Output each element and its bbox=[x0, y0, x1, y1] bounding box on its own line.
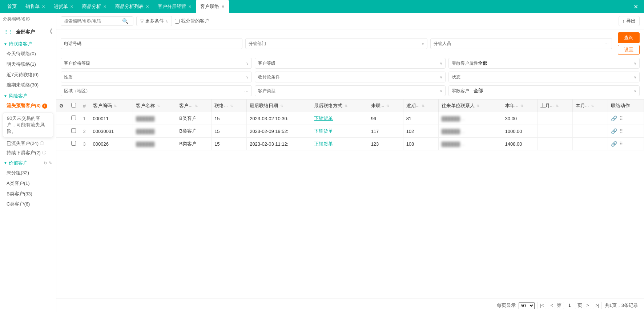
sidebar-item-today[interactable]: 今天待联络(0) bbox=[0, 49, 56, 59]
col-tier[interactable]: 客户... ⇅ bbox=[176, 100, 212, 112]
col-overdue[interactable]: 逾期... ⇅ bbox=[403, 100, 438, 112]
export-btn[interactable]: ↑ 导出 bbox=[619, 16, 640, 26]
sidebar-section-pending[interactable]: ▼ 待联络客户 bbox=[0, 39, 56, 49]
area-input[interactable]: ··· bbox=[90, 88, 249, 94]
filter-cell-dept[interactable]: 分管部门 ∨ bbox=[245, 38, 427, 49]
close-purchase-tab-icon[interactable]: ✕ bbox=[70, 4, 73, 9]
my-customers-checkbox-label[interactable]: 我分管的客户 bbox=[175, 18, 209, 24]
filter-cell-zero-customer[interactable]: 零散客户 全部 ∨ bbox=[448, 85, 640, 96]
sidebar-item-unclassified[interactable]: 未分组(32) bbox=[0, 168, 56, 178]
col-last-contact-date[interactable]: 最后联络日期 ⇅ bbox=[247, 100, 311, 112]
sidebar-item-b-class[interactable]: B类客户(33) bbox=[0, 189, 56, 199]
churned-help-icon[interactable]: ⓘ bbox=[40, 141, 44, 146]
sidebar-item-a-class[interactable]: A类客户(1) bbox=[0, 178, 56, 189]
close-analysis-tab-icon[interactable]: ✕ bbox=[103, 4, 106, 9]
cell-checkbox-2[interactable] bbox=[68, 138, 79, 150]
next-page-btn[interactable]: > bbox=[584, 302, 591, 309]
value-refresh-icon[interactable]: ↻ bbox=[44, 161, 47, 166]
close-sales-tab-icon[interactable]: ✕ bbox=[42, 4, 45, 9]
filter-cell-status[interactable]: 状态 ∨ bbox=[448, 72, 640, 82]
nature-dropdown[interactable]: ∨ bbox=[86, 75, 249, 79]
filter-search-icon[interactable]: 🔍 bbox=[122, 18, 128, 24]
col-contact-sort-icon[interactable]: ⇅ bbox=[230, 104, 233, 108]
close-customer-link-tab-icon[interactable]: ✕ bbox=[221, 4, 225, 9]
sidebar-item-follow-down[interactable]: 持续下滑客户(2) ⓘ bbox=[0, 148, 56, 158]
global-close-icon[interactable]: ✕ bbox=[631, 3, 641, 10]
first-page-btn[interactable]: |< bbox=[538, 302, 546, 309]
dept-dropdown[interactable]: ∨ bbox=[270, 42, 424, 46]
prev-page-btn[interactable]: < bbox=[548, 302, 555, 309]
action-link-icon-0[interactable]: 🔗 bbox=[611, 116, 617, 121]
close-customer-tier-tab-icon[interactable]: ✕ bbox=[188, 4, 192, 9]
col-name[interactable]: 客户名称 ⇅ bbox=[133, 100, 176, 112]
customer-level-dropdown[interactable]: ∨ bbox=[280, 61, 443, 65]
sidebar-item-week[interactable]: 近7天待联络(0) bbox=[0, 70, 56, 80]
sidebar-all-customers[interactable]: ⋮⋮ 全部客户 《 bbox=[0, 25, 56, 39]
query-btn[interactable]: 查询 bbox=[618, 32, 640, 43]
col-last-contact-method-sort-icon[interactable]: ⇅ bbox=[345, 104, 347, 108]
col-last-month[interactable]: 上月... ⇅ bbox=[537, 100, 572, 112]
filter-cell-customer-level[interactable]: 客户等级 ∨ bbox=[255, 58, 446, 69]
tab-home[interactable]: 首页 bbox=[3, 0, 21, 13]
col-last-month-sort-icon[interactable]: ⇅ bbox=[556, 104, 559, 108]
col-checkbox[interactable] bbox=[68, 100, 79, 112]
action-link-icon-1[interactable]: 🔗 bbox=[611, 128, 617, 134]
tab-purchase[interactable]: 进货单 ✕ bbox=[49, 0, 78, 13]
filter-cell-nature[interactable]: 性质 ∨ bbox=[61, 72, 252, 82]
col-code[interactable]: 客户编码 ⇅ bbox=[90, 100, 133, 112]
filter-search-input[interactable] bbox=[64, 19, 122, 24]
tab-sales[interactable]: 销售单 ✕ bbox=[21, 0, 49, 13]
value-edit-icon[interactable]: ✎ bbox=[49, 161, 52, 166]
col-code-sort-icon[interactable]: ⇅ bbox=[114, 104, 117, 108]
cell-action-0[interactable]: 🔗 ⠿ bbox=[608, 112, 644, 125]
sidebar-collapse-icon[interactable]: 《 bbox=[47, 28, 52, 36]
more-conditions-btn[interactable]: ▽ 更多条件 ∧ bbox=[136, 16, 172, 26]
filter-cell-zero-attr[interactable]: 零散客户属性 全部 ∨ bbox=[448, 58, 640, 69]
col-last-contact-method[interactable]: 最后联络方式 ⇅ bbox=[311, 100, 368, 112]
col-unit-contact-sort-icon[interactable]: ⇅ bbox=[476, 104, 479, 108]
area-dots-icon[interactable]: ··· bbox=[244, 88, 249, 94]
cell-checkbox-0[interactable] bbox=[68, 112, 79, 125]
col-this-year[interactable]: 本年... ⇅ bbox=[502, 100, 537, 112]
action-more-icon-0[interactable]: ⠿ bbox=[619, 116, 623, 121]
action-more-icon-1[interactable]: ⠿ bbox=[619, 128, 623, 134]
filter-cell-customer-type[interactable]: 客户类型 ∨ bbox=[255, 85, 446, 96]
action-more-icon-2[interactable]: ⠿ bbox=[619, 141, 623, 147]
follow-down-help-icon[interactable]: ⓘ bbox=[42, 150, 46, 155]
col-unit-contact[interactable]: 往来单位联系人 ⇅ bbox=[438, 100, 502, 112]
col-this-year-sort-icon[interactable]: ⇅ bbox=[520, 104, 523, 108]
settings-icon[interactable]: ⚙ bbox=[59, 103, 64, 109]
col-uncontacted[interactable]: 未联... ⇅ bbox=[368, 100, 403, 112]
col-tier-sort-icon[interactable]: ⇅ bbox=[195, 104, 198, 108]
sidebar-section-value[interactable]: ▼ 价值客户 ↻ ✎ bbox=[0, 158, 56, 168]
cell-checkbox-1[interactable] bbox=[68, 125, 79, 138]
col-settings[interactable]: ⚙ bbox=[56, 100, 68, 112]
zero-attr-dropdown[interactable]: 全部 ∨ bbox=[478, 60, 636, 66]
manager-dots-icon[interactable]: ··· bbox=[604, 41, 609, 46]
tab-customer-link[interactable]: 客户联络 ✕ bbox=[196, 0, 229, 13]
status-dropdown[interactable]: ∨ bbox=[474, 75, 636, 79]
price-tier-dropdown[interactable]: ∨ bbox=[90, 61, 249, 65]
select-all-checkbox[interactable] bbox=[71, 103, 76, 108]
col-name-sort-icon[interactable]: ⇅ bbox=[157, 104, 160, 108]
per-page-select[interactable]: 50 20 100 bbox=[519, 302, 535, 309]
sidebar-item-overdue[interactable]: 逾期未联络(30) bbox=[0, 80, 56, 90]
filter-cell-price-tier[interactable]: 客户价格等级 ∨ bbox=[61, 58, 252, 69]
action-link-icon-2[interactable]: 🔗 bbox=[611, 141, 617, 147]
col-last-contact-date-sort-icon[interactable]: ⇅ bbox=[280, 104, 283, 108]
col-this-month[interactable]: 本月... ⇅ bbox=[572, 100, 608, 112]
zero-customer-dropdown[interactable]: 全部 ∨ bbox=[474, 88, 636, 94]
sidebar-item-churn-warning[interactable]: 流失预警客户(3) ! bbox=[0, 101, 56, 111]
sidebar-item-churned[interactable]: 已流失客户(24) ⓘ bbox=[0, 139, 56, 148]
last-page-btn[interactable]: >| bbox=[593, 302, 601, 309]
col-uncontacted-sort-icon[interactable]: ⇅ bbox=[386, 104, 389, 108]
cell-last-contact-method-1[interactable]: 下销货单 bbox=[311, 125, 368, 138]
col-this-month-sort-icon[interactable]: ⇅ bbox=[591, 104, 594, 108]
col-overdue-sort-icon[interactable]: ⇅ bbox=[422, 104, 424, 108]
cell-action-2[interactable]: 🔗 ⠿ bbox=[608, 138, 644, 150]
customer-type-dropdown[interactable]: ∨ bbox=[280, 89, 443, 93]
settings-btn[interactable]: 设置 bbox=[618, 45, 640, 55]
page-number-input[interactable] bbox=[563, 302, 576, 309]
tab-analysis-list[interactable]: 商品分析列表 ✕ bbox=[111, 0, 153, 13]
sidebar-item-c-class[interactable]: C类客户(6) bbox=[0, 199, 56, 210]
